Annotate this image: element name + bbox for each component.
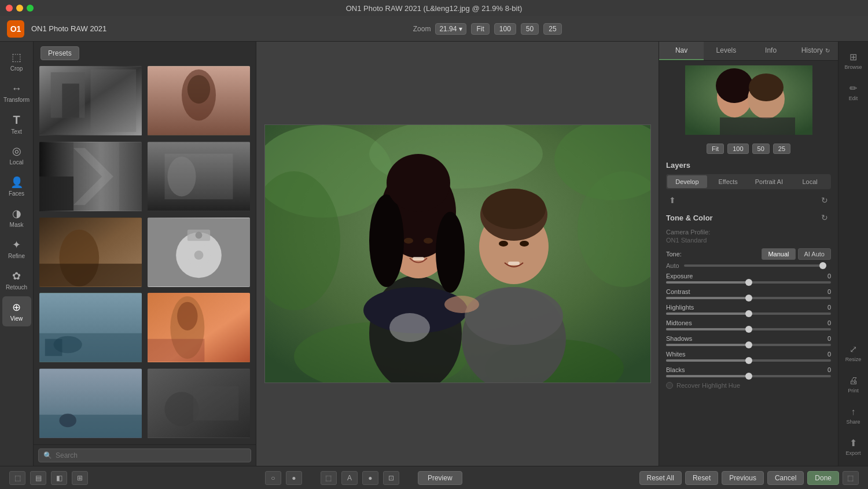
layer-tab-local[interactable]: Local <box>790 175 830 188</box>
exposure-value: 0 <box>827 273 831 280</box>
contrast-track[interactable] <box>666 297 831 299</box>
window-controls[interactable] <box>6 5 34 12</box>
svg-point-65 <box>444 296 479 313</box>
tool-transform[interactable]: ↔ Transform <box>2 78 31 108</box>
print-icon: 🖨 <box>849 376 858 386</box>
minimize-button[interactable] <box>16 5 23 12</box>
presets-button[interactable]: Presets <box>41 46 79 60</box>
highlights-track[interactable] <box>666 312 831 315</box>
layer-thumb-icon[interactable]: ⬚ <box>321 471 337 485</box>
far-right-edit[interactable]: ✏ Edit <box>841 78 866 106</box>
svg-rect-8 <box>39 177 73 211</box>
reset-button[interactable]: Reset <box>685 471 718 485</box>
done-button[interactable]: Done <box>807 471 839 485</box>
view-filmstrip-icon[interactable]: ▤ <box>30 471 46 485</box>
midtones-track[interactable] <box>666 328 831 330</box>
preset-bw-faded[interactable]: B&W Faded & Matte <box>146 65 251 137</box>
fullscreen-icon[interactable]: ⬚ <box>843 471 859 485</box>
tool-crop[interactable]: ⬚ Crop <box>2 46 31 76</box>
preset-color-twist[interactable]: Color Twist <box>146 292 251 364</box>
layer-reset-icon[interactable]: ↻ <box>818 194 831 207</box>
blacks-track[interactable] <box>666 375 831 377</box>
tone-section: Tone & Color ↻ Camera Profile: ON1 Stand… <box>659 209 838 466</box>
preview-button[interactable]: Preview <box>418 471 462 485</box>
view-label: View <box>10 315 23 322</box>
svg-rect-55 <box>413 257 424 260</box>
preset-bw-modern[interactable]: B&W Modern <box>146 141 251 213</box>
zoom-100-button[interactable]: 100 <box>494 23 516 35</box>
layer-export-icon[interactable]: ⬆ <box>666 194 679 207</box>
tone-manual-button[interactable]: Manual <box>762 248 795 260</box>
shadows-value: 0 <box>827 335 831 342</box>
tool-text[interactable]: T Text <box>2 109 31 139</box>
svg-rect-3 <box>91 69 137 132</box>
circle-prev-icon[interactable]: ○ <box>265 471 281 485</box>
far-right-browse[interactable]: ⊞ Browse <box>841 46 866 75</box>
preset-color-twist-label: Color Twist <box>148 362 250 364</box>
preset-color-film[interactable]: Color Film <box>146 216 251 289</box>
tool-refine[interactable]: ✦ Refine <box>2 234 31 264</box>
layer-text-icon[interactable]: A <box>341 471 358 485</box>
layer-overlay-icon[interactable]: ● <box>362 471 378 485</box>
whites-track[interactable] <box>666 359 831 362</box>
search-input-wrap[interactable]: 🔍 <box>38 448 251 462</box>
layer-tab-effects[interactable]: Effects <box>708 175 748 188</box>
nav-zoom-25[interactable]: 25 <box>773 144 790 154</box>
far-right-print[interactable]: 🖨 Print <box>841 370 866 399</box>
svg-point-35 <box>59 414 76 428</box>
tool-faces[interactable]: 👤 Faces <box>2 171 31 201</box>
exposure-track[interactable] <box>666 281 831 284</box>
nav-tab-history[interactable]: History ↻ <box>793 42 838 60</box>
nav-zoom-50[interactable]: 50 <box>752 144 770 154</box>
preset-placeholder2[interactable] <box>146 367 251 440</box>
reset-all-button[interactable]: Reset All <box>639 471 682 485</box>
preset-color-grade[interactable]: Color Grade <box>38 292 143 364</box>
window-title: ON1 Photo RAW 2021 (L&leng12.jpg @ 21.9%… <box>346 4 523 13</box>
nav-tab-nav[interactable]: Nav <box>659 42 704 60</box>
preset-bw-alternative[interactable]: B&W Alternative <box>38 65 143 137</box>
shadows-track[interactable] <box>666 344 831 346</box>
layers-section: Layers Develop Effects Portrait AI Local <box>659 156 838 192</box>
tool-local[interactable]: ◎ Local <box>2 140 31 170</box>
zoom-value-display[interactable]: 21.94 ▾ <box>435 23 466 35</box>
zoom-fit-button[interactable]: Fit <box>471 23 489 35</box>
svg-point-13 <box>167 156 196 196</box>
nav-zoom-fit[interactable]: Fit <box>707 144 724 154</box>
layer-grid2-icon[interactable]: ⊡ <box>383 471 399 485</box>
close-button[interactable] <box>6 5 13 12</box>
svg-point-53 <box>404 238 413 244</box>
maximize-button[interactable] <box>27 5 34 12</box>
previous-button[interactable]: Previous <box>722 471 764 485</box>
zoom-25-button[interactable]: 25 <box>543 23 561 35</box>
tool-mask[interactable]: ◑ Mask <box>2 203 31 233</box>
far-right-share[interactable]: ↑ Share <box>841 401 866 430</box>
nav-tab-levels[interactable]: Levels <box>704 42 748 60</box>
tool-retouch[interactable]: ✿ Retouch <box>2 265 31 295</box>
view-grid-icon[interactable]: ⊞ <box>72 471 88 485</box>
slider-exposure: Exposure 0 <box>666 273 831 284</box>
far-right-resize[interactable]: ⤢ Resize <box>841 339 866 367</box>
search-input[interactable] <box>56 451 246 459</box>
far-right-export[interactable]: ⬆ Export <box>841 432 866 461</box>
zoom-50-button[interactable]: 50 <box>521 23 539 35</box>
recover-label: Recover Highlight Hue <box>676 382 740 389</box>
preset-bw-films[interactable]: B&W Films <box>38 141 143 213</box>
view-split-icon[interactable]: ◧ <box>51 471 67 485</box>
tool-view[interactable]: ⊕ View <box>2 296 31 326</box>
auto-slider[interactable] <box>684 264 826 267</box>
circle-curr-icon[interactable]: ● <box>286 471 302 485</box>
layer-tab-develop[interactable]: Develop <box>667 175 707 188</box>
tone-reset-icon[interactable]: ↻ <box>818 211 831 224</box>
recover-checkbox[interactable] <box>666 382 673 389</box>
preset-placeholder1[interactable] <box>38 367 143 440</box>
text-label: Text <box>11 128 21 135</box>
cancel-button[interactable]: Cancel <box>767 471 804 485</box>
nav-zoom-100[interactable]: 100 <box>727 144 748 154</box>
layer-tab-portrait-ai[interactable]: Portrait AI <box>749 175 789 188</box>
tone-ai-auto-button[interactable]: AI Auto <box>798 248 831 260</box>
nav-tab-info[interactable]: Info <box>749 42 793 60</box>
view-single-icon[interactable]: ⬚ <box>9 471 25 485</box>
preset-cinema[interactable]: Cinema <box>38 216 143 289</box>
layer-tabs: Develop Effects Portrait AI Local <box>666 174 831 189</box>
slider-contrast: Contrast 0 <box>666 288 831 299</box>
